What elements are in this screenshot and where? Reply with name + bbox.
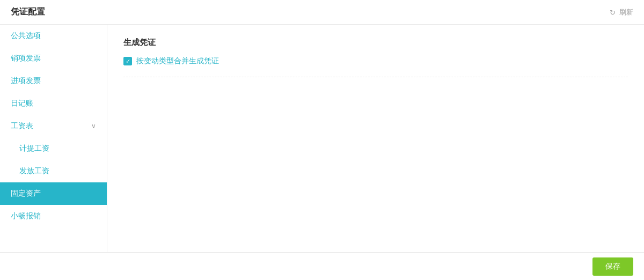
sidebar-item-label: 销项发票: [11, 54, 41, 63]
refresh-label: 刷新: [619, 8, 633, 17]
sidebar-item-label: 计提工资: [19, 144, 49, 153]
chevron-down-icon: ∨: [91, 122, 96, 130]
sidebar-item-journal[interactable]: 日记账: [0, 92, 107, 115]
footer: 保存: [0, 252, 644, 280]
page-title: 凭证配置: [11, 6, 45, 18]
section-title: 生成凭证: [123, 38, 628, 48]
sidebar-item-payroll[interactable]: 工资表∨: [0, 115, 107, 137]
sidebar-item-distribute[interactable]: 发放工资: [0, 160, 107, 182]
sidebar-item-commission[interactable]: 计提工资: [0, 137, 107, 160]
merge-checkbox[interactable]: ✓: [123, 57, 132, 65]
page-wrapper: 凭证配置 ↻ 刷新 公共选项销项发票进项发票日记账工资表∨计提工资发放工资固定资…: [0, 0, 644, 280]
sidebar-item-label: 固定资产: [11, 189, 41, 198]
checkbox-label[interactable]: 按变动类型合并生成凭证: [136, 56, 219, 66]
sidebar-item-public[interactable]: 公共选项: [0, 25, 107, 47]
sidebar-item-label: 日记账: [11, 99, 33, 108]
sidebar-item-label: 进项发票: [11, 76, 41, 86]
section-divider: [123, 77, 628, 77]
sidebar-item-label: 小畅报销: [11, 211, 41, 221]
header: 凭证配置 ↻ 刷新: [0, 0, 644, 25]
refresh-icon: ↻: [610, 9, 617, 16]
sidebar-item-sales-invoice[interactable]: 销项发票: [0, 47, 107, 70]
sidebar-item-label: 公共选项: [11, 31, 41, 41]
checkmark-icon: ✓: [126, 58, 130, 64]
sidebar-item-fixed-assets[interactable]: 固定资产: [0, 182, 107, 205]
sidebar-item-label: 工资表: [11, 121, 33, 131]
checkbox-row: ✓ 按变动类型合并生成凭证: [123, 56, 628, 66]
sidebar-item-purchase-invoice[interactable]: 进项发票: [0, 70, 107, 92]
sidebar-item-expense[interactable]: 小畅报销: [0, 205, 107, 227]
sidebar-item-label: 发放工资: [19, 166, 49, 176]
sidebar: 公共选项销项发票进项发票日记账工资表∨计提工资发放工资固定资产小畅报销: [0, 25, 107, 252]
content-area: 生成凭证 ✓ 按变动类型合并生成凭证: [107, 25, 644, 252]
save-button[interactable]: 保存: [592, 257, 633, 276]
main-layout: 公共选项销项发票进项发票日记账工资表∨计提工资发放工资固定资产小畅报销 生成凭证…: [0, 25, 644, 252]
refresh-button[interactable]: ↻ 刷新: [610, 8, 633, 17]
